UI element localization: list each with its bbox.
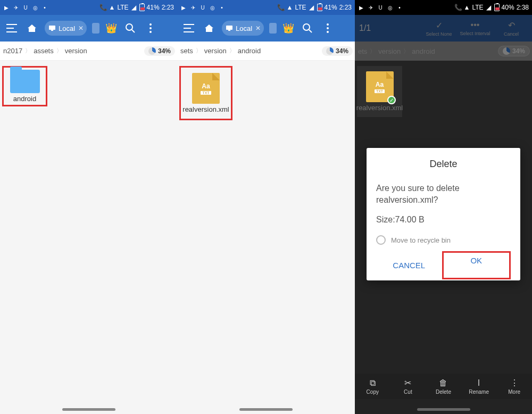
home-button[interactable] (202, 21, 217, 36)
copy-action[interactable]: ⧉Copy (355, 374, 390, 399)
telegram-icon: ✈ (368, 4, 374, 11)
crumb-item[interactable]: sets (179, 47, 194, 55)
new-tab-button[interactable] (269, 23, 277, 34)
crumb-item[interactable]: version (64, 47, 88, 55)
chevron-right-icon: 〉 (23, 47, 32, 55)
status-bar: ▶ ✈ U ◎ • 📞 ▲ LTE ◢ 41% 2:23 (0, 0, 177, 15)
home-button[interactable] (24, 21, 39, 36)
svg-rect-1 (51, 30, 53, 31)
dialog-cancel-button[interactable]: CANCEL (376, 254, 442, 276)
storage-pct: 34% (158, 47, 171, 55)
call-icon: 📞 (278, 4, 284, 11)
app-icon: U (22, 4, 29, 11)
close-tab-icon[interactable]: ✕ (78, 24, 84, 32)
copy-icon: ⧉ (370, 378, 376, 388)
new-tab-button[interactable] (92, 23, 99, 34)
battery-pct: 40% (502, 4, 514, 11)
nav-pill[interactable] (62, 408, 115, 411)
svg-point-10 (327, 27, 329, 29)
youtube-icon: ▶ (3, 4, 10, 11)
battery-pct: 41% (147, 4, 160, 11)
status-bar: ▶ ✈ U ◎ • 📞 ▲ LTE ◢ 41% 2:23 (177, 0, 355, 15)
delete-dialog: Delete Are you sure to delete realversio… (367, 148, 520, 280)
file-label: realversion.xml (182, 106, 229, 113)
crumb-item[interactable]: assets (32, 47, 55, 55)
storage-pct: 34% (336, 47, 348, 55)
call-icon: 📞 (455, 4, 461, 11)
file-realversion-xml[interactable]: Aa TXT realversion.xml (179, 66, 232, 120)
premium-crown-icon[interactable]: 👑 (282, 22, 295, 35)
nav-pill[interactable] (239, 408, 293, 411)
cut-action[interactable]: ✂Cut (390, 374, 426, 399)
clock: 2:23 (162, 4, 174, 11)
bottom-action-bar: ⧉Copy ✂Cut 🗑Delete IRename ⋮More (355, 374, 532, 399)
menu-button[interactable] (181, 21, 196, 36)
rename-action[interactable]: IRename (461, 374, 497, 399)
clock: 2:23 (339, 4, 352, 11)
lte-label: LTE (472, 4, 483, 11)
more-icon: • (396, 4, 403, 11)
chevron-right-icon: 〉 (55, 47, 64, 55)
svg-point-8 (303, 24, 310, 30)
crumb-item[interactable]: android (237, 47, 262, 55)
premium-crown-icon[interactable]: 👑 (105, 22, 118, 35)
youtube-icon: ▶ (180, 4, 187, 11)
crumb-item[interactable]: version (203, 47, 228, 55)
battery-pct: 41% (325, 4, 337, 11)
local-tab[interactable]: Local ✕ (45, 21, 87, 36)
tab-label: Local (236, 24, 252, 32)
close-tab-icon[interactable]: ✕ (255, 24, 261, 32)
breadcrumb: n2017 〉 assets 〉 version 34% (0, 42, 177, 61)
selected-check-icon: ✓ (387, 96, 396, 104)
menu-button[interactable] (4, 21, 19, 36)
lte-label: LTE (295, 4, 306, 11)
xml-file-icon: Aa TXT (192, 73, 220, 104)
telegram-icon: ✈ (13, 4, 19, 11)
recycle-checkbox-row[interactable]: Move to recycle bin (376, 235, 511, 245)
breadcrumb: sets 〉 version 〉 android 34% (177, 42, 355, 61)
svg-point-4 (149, 27, 152, 29)
more-vertical-icon: ⋮ (510, 378, 519, 388)
delete-action[interactable]: 🗑Delete (426, 374, 461, 399)
svg-point-11 (327, 31, 329, 33)
dialog-title: Delete (376, 159, 511, 170)
instagram-icon: ◎ (387, 4, 393, 11)
dialog-message: Are you sure to delete realversion.xml? (376, 183, 511, 205)
crumb-item[interactable]: n2017 (2, 47, 23, 55)
trash-icon: 🗑 (439, 378, 447, 388)
signal-icon: ◢ (131, 4, 137, 11)
cursor-icon: I (478, 378, 480, 388)
clock: 2:38 (517, 4, 529, 11)
folder-android[interactable]: android (2, 66, 47, 106)
local-tab[interactable]: Local ✕ (222, 21, 264, 36)
search-button[interactable] (123, 21, 138, 36)
pie-icon (148, 47, 156, 55)
more-button[interactable] (143, 21, 158, 36)
more-button[interactable] (320, 21, 335, 36)
nav-pill[interactable] (417, 408, 470, 411)
storage-indicator[interactable]: 34% (144, 46, 175, 56)
signal-icon: ◢ (486, 4, 492, 11)
battery-icon (139, 4, 145, 11)
wifi-icon: ▲ (286, 4, 293, 11)
svg-rect-7 (228, 30, 230, 31)
tab-label: Local (59, 24, 75, 32)
app-bar: Local ✕ 👑 (0, 15, 177, 42)
more-action[interactable]: ⋮More (496, 374, 532, 399)
folder-icon (10, 70, 40, 93)
search-button[interactable] (300, 21, 315, 36)
svg-point-9 (327, 23, 329, 26)
checkbox-icon[interactable] (376, 235, 386, 245)
lte-label: LTE (117, 4, 128, 11)
status-bar: ▶ ✈ U ◎ • 📞 ▲ LTE ◢ 40% 2:38 (355, 0, 532, 15)
more-icon: • (41, 4, 48, 11)
instagram-icon: ◎ (209, 4, 215, 11)
battery-icon (494, 4, 500, 11)
wifi-icon: ▲ (463, 4, 470, 11)
storage-indicator[interactable]: 34% (322, 46, 353, 56)
battery-icon (317, 4, 322, 11)
instagram-icon: ◎ (32, 4, 38, 11)
more-icon: • (219, 4, 225, 11)
svg-point-2 (126, 24, 132, 30)
dialog-ok-button[interactable]: OK (442, 251, 511, 279)
